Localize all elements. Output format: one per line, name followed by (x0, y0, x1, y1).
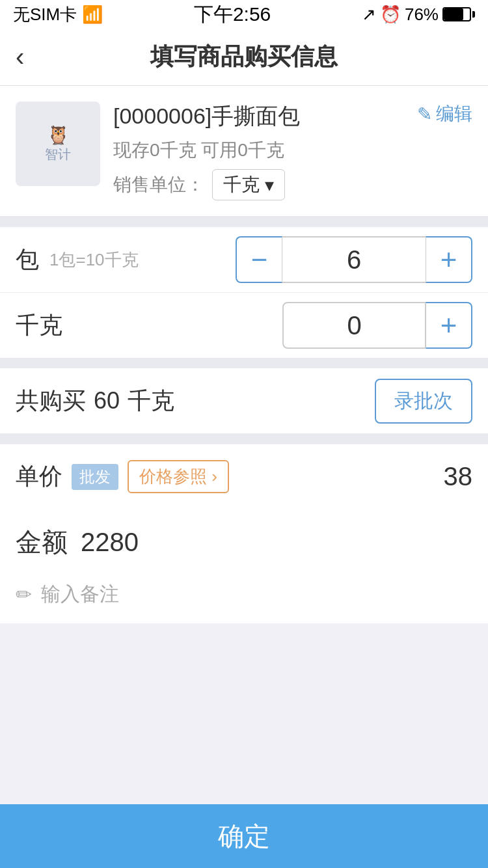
kg-plus-button[interactable]: + (426, 302, 472, 349)
status-right: ↗ ⏰ 76% (362, 5, 475, 25)
total-section: 共购买 60 千克 录批次 (0, 368, 488, 433)
kg-section: 千克 + (0, 293, 488, 358)
time-display: 下午2:56 (194, 1, 271, 28)
amount-row: 金额 2280 (16, 524, 472, 560)
status-left: 无SIM卡 📶 (13, 3, 103, 26)
edit-button[interactable]: ✎ 编辑 (417, 102, 472, 126)
price-label: 单价 (16, 461, 62, 493)
remark-row[interactable]: ✏ 输入备注 (16, 571, 472, 623)
package-plus-button[interactable]: + (426, 236, 472, 283)
total-prefix: 共购买 (16, 385, 86, 417)
unit-select[interactable]: 千克 ▾ (212, 169, 285, 200)
location-icon: ↗ (362, 5, 376, 25)
package-input[interactable] (282, 236, 426, 283)
battery-icon (442, 7, 475, 21)
separator-1 (0, 217, 488, 227)
package-hint: 1包=10千克 (49, 249, 236, 271)
package-row: 包 1包=10千克 − + (16, 227, 472, 292)
package-minus-button[interactable]: − (236, 236, 282, 283)
package-controls: − + (236, 236, 472, 283)
product-stock: 现存0千克 可用0千克 (113, 138, 472, 163)
unit-value: 千克 (223, 172, 260, 197)
total-quantity: 60 (94, 387, 120, 414)
price-tag: 批发 (72, 464, 118, 490)
kg-controls: + (282, 302, 472, 349)
product-logo: 🦉 智计 (45, 124, 71, 163)
carrier-label: 无SIM卡 (13, 3, 77, 26)
batch-button[interactable]: 录批次 (375, 379, 472, 424)
page-title: 填写商品购买信息 (150, 41, 338, 73)
pencil-icon: ✏ (16, 583, 32, 606)
total-unit: 千克 (128, 385, 174, 417)
price-section: 单价 批发 价格参照 › 38 (0, 444, 488, 509)
price-value: 38 (444, 462, 473, 491)
edit-icon: ✎ (417, 103, 432, 125)
product-card: 🦉 智计 [0000006]手撕面包 现存0千克 可用0千克 销售单位： 千克 … (0, 86, 488, 217)
wifi-icon: 📶 (82, 5, 103, 25)
separator-3 (0, 358, 488, 368)
package-section: 包 1包=10千克 − + (0, 227, 488, 292)
amount-section: 金额 2280 ✏ 输入备注 (0, 509, 488, 623)
kg-label: 千克 (16, 310, 62, 342)
back-button[interactable]: ‹ (16, 42, 24, 72)
chevron-down-icon: ▾ (265, 174, 274, 196)
unit-label: 销售单位： (113, 172, 204, 197)
amount-label: 金额 (16, 524, 68, 560)
kg-input[interactable] (282, 302, 426, 349)
status-bar: 无SIM卡 📶 下午2:56 ↗ ⏰ 76% (0, 0, 488, 29)
alarm-icon: ⏰ (380, 5, 401, 25)
product-unit-row: 销售单位： 千克 ▾ (113, 169, 472, 200)
remark-text: 输入备注 (41, 581, 119, 608)
price-ref-button[interactable]: 价格参照 › (128, 460, 229, 493)
package-label: 包 (16, 244, 39, 276)
product-image: 🦉 智计 (16, 102, 100, 186)
confirm-button[interactable]: 确定 (0, 804, 488, 868)
kg-row: 千克 + (16, 293, 472, 358)
battery-percent: 76% (405, 5, 439, 25)
amount-value: 2280 (81, 528, 139, 557)
nav-bar: ‹ 填写商品购买信息 (0, 29, 488, 86)
separator-4 (0, 433, 488, 444)
